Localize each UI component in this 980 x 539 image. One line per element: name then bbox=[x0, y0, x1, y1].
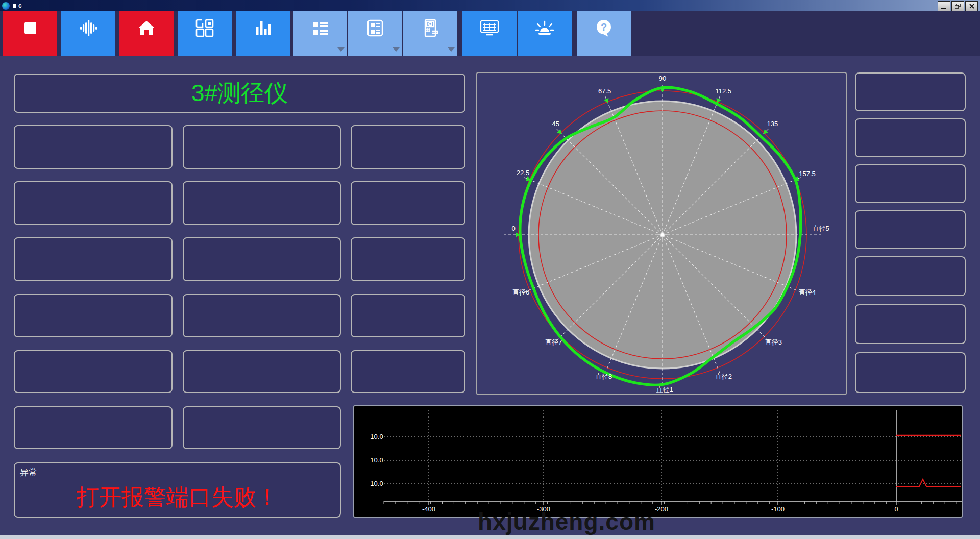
toolbar-button-1[interactable] bbox=[3, 11, 57, 56]
minimize-button[interactable] bbox=[938, 1, 950, 11]
sidebar-value bbox=[856, 267, 965, 295]
alarm-message: 打开报警端口失败！ bbox=[15, 478, 340, 517]
device-icon bbox=[403, 15, 457, 41]
diameter-label: 直径8 bbox=[595, 373, 612, 380]
field-box bbox=[183, 350, 341, 393]
alarm-label: 异常 bbox=[20, 467, 37, 478]
toolbar-button-11[interactable]: ? bbox=[577, 11, 631, 56]
diameter-label: 直径1 bbox=[656, 386, 673, 394]
profile-polar-chart: 022.54567.590112.5135157.5直径5直径6直径7直径8直径… bbox=[476, 72, 847, 395]
siren-icon bbox=[518, 15, 572, 41]
toolbar-button-4[interactable] bbox=[178, 11, 232, 56]
field-box bbox=[183, 181, 341, 225]
field-value bbox=[184, 420, 340, 448]
home-icon bbox=[119, 15, 174, 41]
field-box bbox=[351, 181, 465, 225]
sidebar-box bbox=[855, 210, 966, 249]
toolbar-button-2[interactable] bbox=[61, 11, 115, 56]
diameter-label: 直径7 bbox=[545, 338, 562, 346]
sidebar-value bbox=[856, 130, 965, 156]
spoke-marker bbox=[660, 88, 665, 92]
y-axis-label: 10.0 bbox=[370, 480, 383, 487]
field-value bbox=[15, 138, 172, 168]
field-box bbox=[14, 237, 173, 281]
stop-icon bbox=[3, 15, 57, 41]
dropdown-caret-icon[interactable] bbox=[337, 47, 345, 52]
diameter-label: 直径4 bbox=[799, 288, 816, 296]
field-value bbox=[15, 420, 172, 448]
field-value bbox=[184, 194, 340, 224]
window-controls bbox=[938, 1, 978, 11]
dropdown-caret-icon[interactable] bbox=[448, 47, 455, 52]
sidebar-value bbox=[856, 222, 965, 248]
polar-chart-svg: 022.54567.590112.5135157.5直径5直径6直径7直径8直径… bbox=[477, 73, 846, 394]
toolbar-button-10[interactable] bbox=[518, 11, 572, 56]
title-bar: c bbox=[0, 0, 980, 12]
alarm-box: 异常 打开报警端口失败！ bbox=[14, 462, 341, 518]
sidebar-box bbox=[855, 256, 966, 296]
angle-label: 45 bbox=[552, 120, 559, 128]
form-icon bbox=[348, 15, 402, 41]
sidebar-box bbox=[855, 352, 966, 393]
toolbar: ? bbox=[0, 11, 980, 56]
trace-line bbox=[896, 479, 961, 486]
barchart-icon bbox=[236, 15, 290, 41]
field-box bbox=[351, 350, 465, 393]
title-square-glyph bbox=[13, 4, 16, 8]
x-axis-label: 0 bbox=[894, 505, 898, 513]
sidebar-box bbox=[855, 72, 966, 111]
help-icon: ? bbox=[577, 15, 631, 41]
field-box bbox=[351, 294, 465, 337]
field-box bbox=[14, 125, 173, 169]
gauge-title: 3#测径仪 bbox=[15, 75, 464, 112]
toolbar-button-9[interactable] bbox=[462, 11, 517, 56]
toolbar-button-7[interactable] bbox=[348, 11, 402, 56]
y-axis-label: 10.0 bbox=[370, 456, 383, 464]
field-value bbox=[352, 194, 464, 224]
waveform-icon bbox=[61, 15, 115, 41]
sidebar-box bbox=[855, 304, 966, 344]
field-value bbox=[184, 307, 340, 336]
field-box bbox=[14, 181, 173, 225]
sidebar-value bbox=[856, 315, 965, 343]
sidebar-value bbox=[856, 363, 965, 392]
field-value bbox=[15, 363, 172, 392]
field-box bbox=[351, 125, 465, 169]
gauge-title-box: 3#测径仪 bbox=[14, 74, 465, 113]
toolbar-button-6[interactable] bbox=[293, 11, 347, 56]
toolbar-button-3[interactable] bbox=[119, 11, 174, 56]
angle-label: 0 bbox=[511, 225, 515, 232]
field-box bbox=[14, 406, 173, 449]
field-value bbox=[184, 363, 340, 392]
sidebar-value bbox=[856, 84, 965, 110]
application-window: c ? 3#测径仪 异常 打开报警端口失败！ 022.54567.590112.… bbox=[0, 0, 980, 539]
toolbar-button-5[interactable] bbox=[236, 11, 290, 56]
field-value bbox=[15, 307, 172, 336]
app-logo-icon bbox=[2, 2, 10, 10]
field-value bbox=[352, 138, 464, 168]
angle-label: 112.5 bbox=[716, 87, 732, 95]
trend-chart-svg: 10.010.010.0-400-300-200-1000 bbox=[354, 406, 962, 517]
restore-button[interactable] bbox=[951, 1, 964, 11]
angle-label: 157.5 bbox=[799, 170, 816, 178]
angle-label: 22.5 bbox=[517, 169, 529, 177]
sidebar-box bbox=[855, 164, 966, 203]
field-value bbox=[15, 251, 172, 280]
trend-chart: 10.010.010.0-400-300-200-1000 bbox=[353, 405, 963, 518]
field-box bbox=[14, 294, 173, 337]
field-value bbox=[352, 363, 464, 392]
sidebar-box bbox=[855, 118, 966, 157]
angle-label: 67.5 bbox=[598, 87, 611, 95]
field-value bbox=[352, 251, 464, 280]
field-box bbox=[351, 237, 465, 281]
x-axis-label: -100 bbox=[771, 505, 785, 513]
diameter-label: 直径5 bbox=[812, 225, 829, 232]
field-box bbox=[183, 125, 341, 169]
field-box bbox=[183, 294, 341, 337]
toolbar-button-8[interactable] bbox=[403, 11, 457, 56]
window-bottom-border bbox=[0, 535, 980, 539]
angle-label: 90 bbox=[659, 75, 666, 82]
dropdown-caret-icon[interactable] bbox=[393, 47, 400, 52]
close-button[interactable] bbox=[965, 1, 978, 11]
field-box bbox=[183, 237, 341, 281]
